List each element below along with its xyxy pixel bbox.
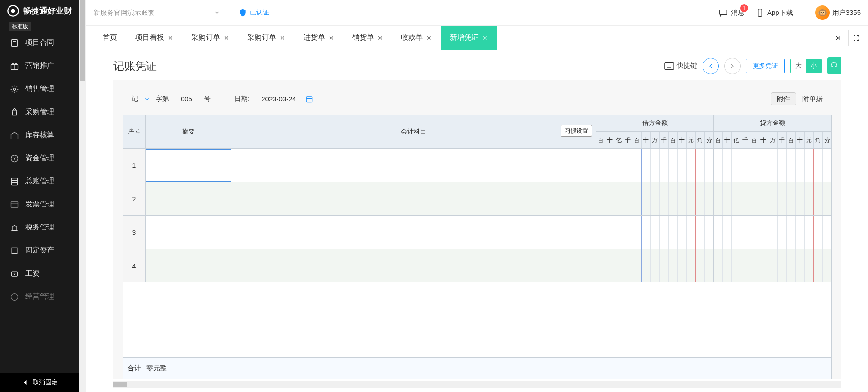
sidebar-unpin-button[interactable]: 取消固定 [0, 373, 79, 392]
debit-cell[interactable] [596, 182, 714, 215]
sidebar-item-label: 税务管理 [25, 223, 54, 232]
sidebar-item-contract[interactable]: 项目合同 [0, 31, 79, 54]
sidebar-item-ledger[interactable]: 总账管理 [0, 170, 79, 193]
user-menu[interactable]: 🐵 用户3355 [815, 5, 861, 20]
phone-icon [755, 8, 764, 17]
sidebar-item-sales[interactable]: 销售管理 [0, 77, 79, 100]
tab-new-voucher[interactable]: 新增凭证✕ [441, 26, 497, 50]
message-button[interactable]: 消息 1 [718, 8, 745, 18]
contract-icon [10, 38, 19, 48]
gear-icon [10, 85, 19, 94]
size-large-button[interactable]: 大 [791, 59, 806, 73]
svg-rect-15 [12, 248, 17, 253]
account-cell[interactable] [231, 182, 596, 215]
close-icon[interactable]: ✕ [426, 34, 432, 42]
account-cell[interactable] [231, 216, 596, 249]
close-icon[interactable]: ✕ [168, 34, 173, 42]
tab-purchase-order-1[interactable]: 采购订单✕ [182, 26, 238, 50]
attach-count-label[interactable]: 附单据 [802, 95, 823, 103]
summary-cell[interactable] [146, 249, 231, 282]
col-debit: 借方金额 百十亿千百十万千百十元角分 [596, 115, 714, 148]
sidebar-item-assets[interactable]: 固定资产 [0, 239, 79, 262]
unit-cell: 分 [823, 132, 831, 148]
close-icon[interactable]: ✕ [377, 34, 383, 42]
tab-home[interactable]: 首页 [94, 26, 126, 50]
fullscreen-button[interactable] [848, 30, 864, 46]
date-label: 日期: [234, 95, 250, 103]
sidebar-item-invoice[interactable]: 发票管理 [0, 193, 79, 216]
svg-rect-24 [758, 9, 762, 17]
sidebar-item-tax[interactable]: 税务管理 [0, 216, 79, 239]
next-voucher-button[interactable] [724, 58, 741, 74]
page-content: 记账凭证 快捷键 更多凭证 大 小 [86, 50, 868, 392]
voucher-date[interactable]: 2023-03-24 [261, 95, 296, 103]
close-all-tabs-button[interactable] [830, 30, 846, 46]
unit-cell: 十 [605, 132, 614, 148]
tab-purchase-order-2[interactable]: 采购订单✕ [238, 26, 294, 50]
unit-cell: 万 [768, 132, 777, 148]
credit-cell[interactable] [714, 182, 831, 215]
shortcut-button[interactable]: 快捷键 [664, 62, 697, 70]
close-icon[interactable]: ✕ [482, 34, 488, 42]
voucher-table: 序号 摘要 会计科目 习惯设置 借方金额 百十亿千百十万千百十元角分 贷方金额 [123, 115, 832, 379]
gift-icon [10, 62, 19, 71]
more-vouchers-button[interactable]: 更多凭证 [746, 59, 785, 73]
tab-receipt[interactable]: 收款单✕ [392, 26, 441, 50]
unit-cell: 十 [678, 132, 687, 148]
habit-settings-button[interactable]: 习惯设置 [561, 125, 592, 137]
help-button[interactable] [827, 57, 841, 74]
prev-voucher-button[interactable] [703, 58, 719, 74]
salary-icon [10, 269, 19, 278]
summary-cell[interactable] [146, 182, 231, 215]
unit-cell: 百 [787, 132, 796, 148]
word-label: 字第 [156, 95, 169, 103]
summary-cell[interactable] [146, 216, 231, 249]
size-small-button[interactable]: 小 [806, 59, 821, 73]
tax-icon [10, 223, 19, 232]
sidebar-item-mgmt[interactable]: 经营管理 [0, 285, 79, 308]
debit-cell[interactable] [596, 249, 714, 282]
sidebar-item-marketing[interactable]: 营销推广 [0, 54, 79, 77]
verified-badge: 已认证 [238, 8, 269, 17]
chevron-down-icon[interactable] [144, 96, 150, 102]
account-cell[interactable] [231, 149, 596, 182]
total-text: 零元整 [146, 364, 167, 373]
unit-cell: 元 [805, 132, 814, 148]
sidebar: 畅捷通好业财 标准版 项目合同 营销推广 销售管理 采购管理 库存核算 ¥资金管… [0, 0, 79, 392]
close-icon[interactable]: ✕ [224, 34, 229, 42]
credit-cell[interactable] [714, 249, 831, 282]
close-icon[interactable]: ✕ [329, 34, 334, 42]
account-cell[interactable] [231, 249, 596, 282]
sidebar-item-funds[interactable]: ¥资金管理 [0, 147, 79, 170]
summary-cell[interactable] [146, 149, 231, 182]
tab-sales[interactable]: 销货单✕ [343, 26, 392, 50]
table-footer: 合计: 零元整 [123, 357, 831, 379]
credit-cell[interactable] [714, 149, 831, 182]
tab-goods-in[interactable]: 进货单✕ [294, 26, 343, 50]
voucher-number[interactable]: 005 [181, 95, 192, 103]
tab-label: 采购订单 [247, 33, 276, 43]
sidebar-item-inventory[interactable]: 库存核算 [0, 124, 79, 147]
debit-cell[interactable] [596, 216, 714, 249]
close-icon[interactable]: ✕ [280, 34, 285, 42]
sidebar-item-label: 项目合同 [25, 38, 54, 48]
sidebar-scrollbar[interactable] [79, 0, 86, 392]
tab-label: 进货单 [303, 33, 325, 43]
account-selector[interactable]: 新服务官网演示账套 [94, 9, 220, 17]
sidebar-item-salary[interactable]: 工资 [0, 262, 79, 285]
sidebar-item-label: 发票管理 [25, 200, 54, 209]
tab-project-board[interactable]: 项目看板✕ [126, 26, 182, 50]
debit-cell[interactable] [596, 149, 714, 182]
attachment-button[interactable]: 附件 [771, 92, 796, 105]
sidebar-item-label: 工资 [25, 269, 40, 278]
voucher-type[interactable]: 记 [132, 95, 138, 103]
voucher-form: 记 字第 005 号 日期: 2023-03-24 附件 附单据 序号 [113, 80, 841, 379]
horizontal-scrollbar[interactable] [113, 381, 841, 388]
app-download-button[interactable]: App下载 [755, 8, 793, 17]
unit-cell: 万 [651, 132, 660, 148]
calendar-icon[interactable] [305, 95, 313, 103]
credit-cell[interactable] [714, 216, 831, 249]
table-header: 序号 摘要 会计科目 习惯设置 借方金额 百十亿千百十万千百十元角分 贷方金额 [123, 115, 831, 148]
sidebar-item-purchase[interactable]: 采购管理 [0, 100, 79, 124]
size-toggle: 大 小 [790, 59, 822, 73]
